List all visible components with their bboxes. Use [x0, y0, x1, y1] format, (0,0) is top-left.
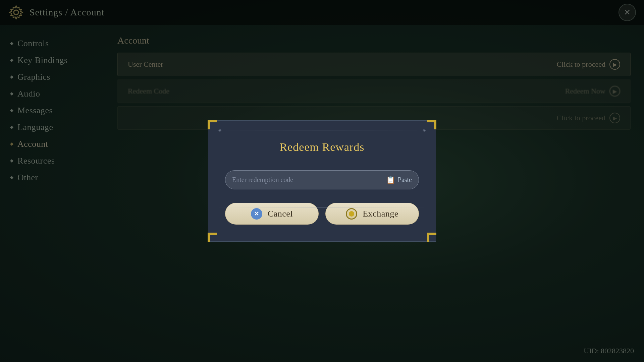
- exchange-icon-inner: [349, 211, 354, 217]
- redeem-rewards-modal: Redeem Rewards 📋 Paste ✕ Cancel Exchange: [208, 120, 436, 242]
- paste-icon: 📋: [386, 176, 395, 184]
- corner-decoration-bl: [208, 233, 217, 242]
- redemption-code-input[interactable]: [232, 172, 378, 188]
- input-divider: [382, 175, 382, 185]
- modal-title: Redeem Rewards: [225, 141, 419, 154]
- exchange-icon: [346, 208, 357, 220]
- corner-decoration-br: [427, 233, 436, 242]
- paste-button[interactable]: 📋 Paste: [386, 173, 417, 187]
- exchange-label: Exchange: [363, 209, 398, 219]
- paste-label: Paste: [398, 176, 412, 184]
- modal-buttons: ✕ Cancel Exchange: [225, 203, 419, 225]
- modal-top-line: [218, 130, 426, 130]
- exchange-button[interactable]: Exchange: [325, 203, 419, 225]
- modal-backdrop: Redeem Rewards 📋 Paste ✕ Cancel Exchange: [0, 0, 644, 362]
- modal-bottom-line: [218, 207, 426, 208]
- redemption-code-input-wrapper[interactable]: 📋 Paste: [225, 170, 419, 189]
- cancel-label: Cancel: [268, 209, 293, 219]
- cancel-icon: ✕: [251, 208, 262, 220]
- cancel-button[interactable]: ✕ Cancel: [225, 203, 319, 225]
